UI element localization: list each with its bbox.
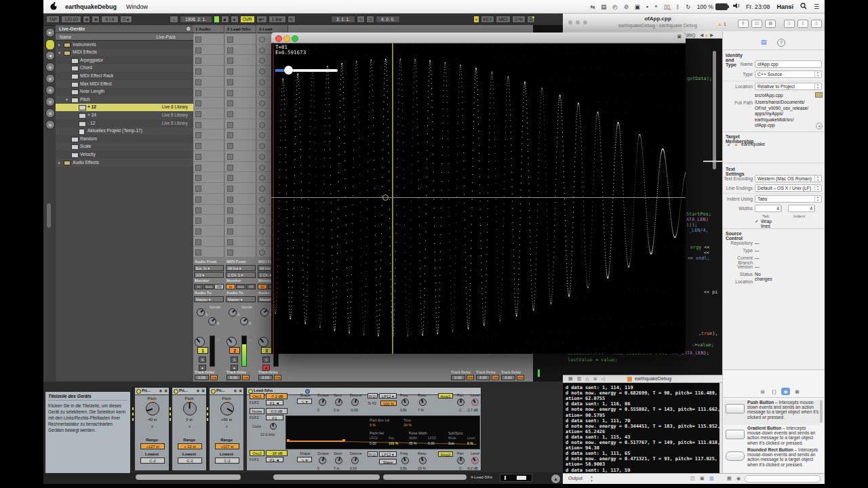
osc-sub-value[interactable]: F1 ◄ <box>266 457 283 462</box>
env-col-v1[interactable]: 0.00 <box>370 441 376 445</box>
display-icon[interactable]: ▤ <box>601 3 606 10</box>
clip-slot[interactable] <box>193 66 224 77</box>
clip-slot[interactable] <box>225 162 256 173</box>
device-power-led[interactable] <box>211 389 216 394</box>
library-snippets-tab[interactable]: { } <box>770 388 778 395</box>
window-widget-icon[interactable]: ▣ <box>677 34 682 39</box>
clip-play-slot[interactable] <box>259 143 265 149</box>
clip-slot[interactable] <box>225 77 256 87</box>
transport-left-TAP[interactable]: TAP <box>46 16 60 23</box>
level-knob[interactable] <box>471 457 479 464</box>
clip-play-slot[interactable] <box>259 47 265 54</box>
track-delay-value[interactable]: 0.00 <box>226 375 241 380</box>
transport-left-4 / 4[interactable]: 4 / 4 <box>101 16 119 23</box>
browser-item-+-24[interactable]: + 24Live 8 Library <box>56 111 193 119</box>
track-delay-unit[interactable]: ms <box>517 375 524 380</box>
clip-stop-button[interactable] <box>195 186 201 192</box>
device-scrollbar-3[interactable] <box>383 474 467 480</box>
menu-app-name[interactable]: earthquakeDebug <box>65 3 117 10</box>
console-scrollbar[interactable] <box>719 383 722 473</box>
notification-center-icon[interactable]: ☰ <box>814 3 819 10</box>
continue-icon[interactable]: ◁ <box>601 375 605 382</box>
detune-knob[interactable] <box>351 457 359 464</box>
osc-select-osc2[interactable]: Osc2 <box>250 450 264 456</box>
sidebar-scrollbar[interactable] <box>47 203 51 228</box>
clip-slot[interactable] <box>225 87 256 98</box>
device-hotswap-icon[interactable]: ◉ <box>197 388 199 392</box>
osc-level-osc2[interactable]: -18 dB <box>266 450 288 456</box>
clip-stop-button[interactable] <box>227 143 233 149</box>
browser-item-velocity[interactable]: Velocity <box>56 150 193 159</box>
clip-slot[interactable] <box>193 172 224 183</box>
tab-width-stepper[interactable]: 4▲▼ <box>755 205 782 212</box>
osc-level-osc1[interactable]: -7.2 dB <box>266 393 288 399</box>
monitor-auto-button[interactable]: Auto <box>236 284 245 289</box>
env-col-v1[interactable]: 35 % <box>409 441 416 445</box>
browser-item-instruments[interactable]: ▸Instruments <box>56 41 193 49</box>
battery-warning-icon[interactable]: ▯▯▲ <box>664 3 670 10</box>
sync-icon[interactable]: ↻ <box>686 3 690 10</box>
osc-sub-value[interactable]: F1 ◄ <box>266 400 283 405</box>
device-power-led[interactable] <box>174 389 178 394</box>
line-endings-dropdown[interactable]: Default – OS X / Unix (LF)▲▼ <box>755 184 822 192</box>
debug-area-toggle-3[interactable]: ▥ <box>709 476 714 481</box>
library-grid-icon[interactable]: ▦ <box>727 476 732 481</box>
sidebar-circle-button-5[interactable]: ◍ <box>45 85 55 95</box>
debug-window-titlebar[interactable]: ▣ <box>271 33 686 43</box>
clip-stop-button[interactable] <box>227 175 233 181</box>
monitor-off-button[interactable]: Off <box>214 284 224 289</box>
quick-help-tab[interactable]: ? <box>777 39 785 47</box>
transport-loop-∿[interactable]: ∿ <box>357 16 365 23</box>
env-col-v2[interactable]: 100 % <box>389 441 398 445</box>
track-delay-unit[interactable]: ms <box>274 375 281 380</box>
clip-slot[interactable] <box>193 226 224 237</box>
transport-left-0 ●[interactable]: 0 ● <box>120 16 132 23</box>
sidebar-circle-button-2[interactable]: ◀ <box>45 51 55 60</box>
detune-knob[interactable] <box>351 399 359 406</box>
disclosure-triangle[interactable]: ▾ <box>66 97 68 102</box>
input-type-select[interactable]: All Ins ▾ <box>226 265 256 271</box>
send-b-knob[interactable] <box>208 317 216 325</box>
editor-standard-icon[interactable]: ≡ <box>738 20 749 28</box>
clip-slot[interactable] <box>193 205 224 216</box>
browser-item-midi-effect-rack[interactable]: MIDI Effect Rack <box>56 72 193 80</box>
clip-play-slot[interactable] <box>259 249 265 256</box>
back-icon[interactable]: ◀ <box>700 33 703 37</box>
disclosure-triangle[interactable]: ▸ <box>58 42 60 47</box>
lowest-value[interactable]: C-2 <box>178 458 202 464</box>
clip-slot[interactable] <box>193 237 224 247</box>
clip-stop-button[interactable] <box>227 228 233 235</box>
library-circle-icon[interactable]: ◉ <box>736 476 741 481</box>
filter-type-select[interactable]: LP12 ▾ <box>379 451 397 457</box>
clip-slot[interactable] <box>193 98 224 108</box>
transport-right-2 %[interactable]: 2 % <box>512 16 526 23</box>
output-select[interactable]: Master ▾ <box>226 296 256 302</box>
sidebar-circle-button-4[interactable]: ◍ <box>45 74 55 83</box>
disclosure-triangle[interactable]: ▾ <box>58 50 60 55</box>
clip-stop-button[interactable] <box>195 47 201 54</box>
color-knob[interactable] <box>270 423 277 430</box>
reveal-arrow-icon[interactable]: ➜ <box>816 123 823 129</box>
filter-toggle[interactable]: F(2) <box>368 451 378 457</box>
menu-window[interactable]: Window <box>126 3 148 10</box>
transport-mid-1908. 2. 1.[interactable]: 1908. 2. 1. <box>180 16 212 23</box>
transport-mid-■[interactable]: ■ <box>221 16 229 23</box>
transport-mid-1 Bar[interactable]: 1 Bar <box>269 16 286 23</box>
filter-type-select[interactable]: LP12 ▾ <box>379 393 397 399</box>
browser-item---12[interactable]: - 12Live 8 Library <box>56 119 193 127</box>
monitor-auto-button[interactable]: Auto <box>204 284 214 289</box>
browser-item-random[interactable]: Random <box>56 135 193 143</box>
clip-play-slot[interactable] <box>259 218 265 224</box>
track-header-2[interactable]: 2 Lead-5ths <box>225 25 256 33</box>
clip-stop-button[interactable] <box>227 100 233 106</box>
target-icon[interactable]: ⌖ <box>654 3 658 10</box>
clip-play-slot[interactable] <box>259 90 265 96</box>
browser-item-midi-effects[interactable]: ▾MIDI Effects <box>56 49 193 57</box>
clip-stop-button[interactable] <box>195 207 201 214</box>
clip-stop-button[interactable] <box>195 100 201 106</box>
clip-slot[interactable] <box>225 237 256 247</box>
clip-slot[interactable] <box>225 247 256 258</box>
target-checkbox[interactable]: ✓ <box>727 142 731 148</box>
clip-stop-button[interactable] <box>195 68 201 75</box>
transport-right-MIDI[interactable]: MIDI <box>496 16 511 23</box>
